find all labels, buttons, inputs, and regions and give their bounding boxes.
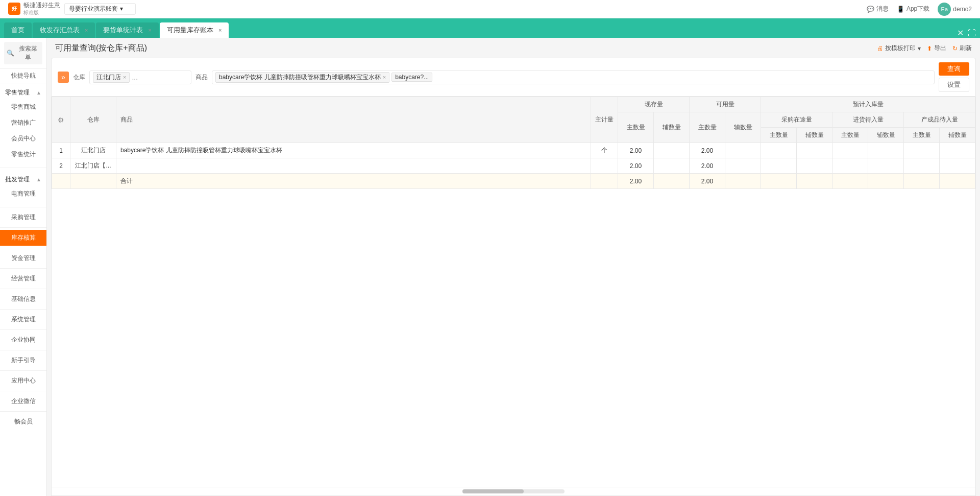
th-production-main: 主数量 [904,128,940,143]
export-label: 导出 [934,44,946,53]
print-button[interactable]: 🖨 按模板打印 ▾ [877,44,921,53]
warehouse-filter-input[interactable]: 江北门店 × ... [89,70,191,84]
td-total-production-aux [940,174,975,189]
td-current-aux-1 [654,143,690,158]
td-available-aux-2 [725,158,761,174]
td-total-available-aux [725,174,761,189]
sidebar-item-ecommerce[interactable]: 电商管理 [0,186,46,202]
tab-order-stats-close[interactable]: × [148,27,151,33]
sidebar-item-wechat[interactable]: 企业微信 [0,393,46,409]
print-icon: 🖨 [877,45,883,52]
settings-button[interactable]: 设置 [939,78,969,92]
sidebar-item-finance[interactable]: 资金管理 [0,250,46,266]
sidebar-item-app-center[interactable]: 应用中心 [0,373,46,389]
sidebar-item-marketing[interactable]: 营销推广 [0,115,46,131]
td-production-aux-1 [940,143,975,158]
sidebar-item-inventory[interactable]: 库存核算 [0,230,46,246]
tab-order-stats[interactable]: 要货单统计表 × [96,22,158,38]
query-button[interactable]: 查询 [939,62,969,76]
refresh-button[interactable]: ↻ 刷新 [952,44,972,53]
tab-home[interactable]: 首页 [4,22,32,38]
expand-filter-button[interactable]: » [58,72,69,83]
sidebar-section-retail: 零售管理 ▲ 零售商城 营销推广 会员中心 零售统计 [0,83,46,166]
page-header: 可用量查询(按仓库+商品) 🖨 按模板打印 ▾ ⬆ 导出 ↻ 刷新 [47,38,980,58]
td-available-main-2: 2.00 [690,158,725,174]
expand-icon: » [61,73,65,81]
td-arrival-main-2 [832,158,868,174]
sidebar-item-newbie[interactable]: 新手引导 [0,352,46,368]
td-total-production-main [904,174,940,189]
table-row: 1 江北门店 babycare学饮杯 儿童防摔防撞吸管杯重力球吸嘴杯宝宝水杯 个… [52,143,975,158]
top-bar: 好 畅捷通好生意 标准版 母婴行业演示账套 ▾ 💬 消息 📱 App下载 Ea … [0,0,980,18]
sidebar-item-system[interactable]: 系统管理 [0,312,46,327]
refresh-icon: ↻ [952,45,958,52]
horizontal-scrollbar-track[interactable] [462,489,565,493]
filter-bar: » 仓库 江北门店 × ... 商品 babycare学饮杯 儿童防摔防撞吸管杯… [51,58,976,97]
warehouse-more-dots[interactable]: ... [132,73,138,81]
th-available-main: 主数量 [690,112,725,143]
sidebar-wholesale-label: 批发管理 [5,175,30,184]
sidebar-divider-2 [0,207,46,207]
username: demo2 [953,6,972,13]
sidebar-divider-8 [0,329,46,330]
logo-text-block: 畅捷通好生意 标准版 [23,2,60,16]
sidebar-item-chang-member[interactable]: 畅会员 [0,414,46,430]
filter-actions: 查询 设置 [939,62,969,92]
close-window-button[interactable]: ✕ [957,28,964,38]
td-production-aux-2 [940,158,975,174]
sidebar-item-quick-nav[interactable]: 快捷导航 [0,69,46,83]
sidebar-retail-header[interactable]: 零售管理 ▲ [0,86,46,99]
export-icon: ⬆ [927,45,932,52]
table-wrapper: ⚙ 仓库 商品 主计量 现存量 [51,97,976,487]
product-filter-input[interactable]: babycare学饮杯 儿童防摔防撞吸管杯重力球吸嘴杯宝宝水杯 × babyca… [212,70,935,84]
column-settings-icon[interactable]: ⚙ [58,116,64,124]
product-tag-2: babycare?... [391,73,432,82]
td-arrival-aux-1 [868,143,904,158]
tab-receive[interactable]: 收发存汇总表 × [33,22,95,38]
th-main-unit: 主计量 [591,97,618,143]
export-button[interactable]: ⬆ 导出 [927,44,946,53]
product-tag-1-remove[interactable]: × [383,74,386,80]
app-download-button[interactable]: 📱 App下载 [897,5,929,13]
warehouse-filter-label: 仓库 [73,73,85,82]
table-scroll-bar [51,487,976,496]
message-icon: 💬 [867,6,874,13]
td-total-label: 合计 [116,174,591,189]
th-settings: ⚙ [52,97,70,143]
user-profile[interactable]: Ea demo2 [938,3,972,16]
tab-available-stock-label: 可用量库存账本 [167,26,213,35]
td-warehouse-2: 江北门店【... [70,158,116,174]
horizontal-scrollbar-thumb[interactable] [462,489,524,493]
td-unit-2 [591,158,618,174]
td-purchase-main-1 [761,143,797,158]
sidebar-search-section: 🔍 搜索菜单 [0,38,46,69]
td-available-aux-1 [725,143,761,158]
logo-icon: 好 [8,3,20,15]
search-menu-button[interactable]: 🔍 搜索菜单 [4,42,42,64]
sidebar-item-basic-info[interactable]: 基础信息 [0,291,46,307]
retail-arrow-icon: ▲ [36,90,41,96]
top-bar-right: 💬 消息 📱 App下载 Ea demo2 [867,3,972,16]
sidebar-item-enterprise[interactable]: 企业协同 [0,332,46,348]
warehouse-tag-remove[interactable]: × [123,74,126,80]
sidebar-item-operation[interactable]: 经营管理 [0,271,46,287]
refresh-label: 刷新 [960,44,972,53]
th-production-pending-group: 产成品待入量 [904,112,975,128]
logo: 好 畅捷通好生意 标准版 [8,2,60,16]
td-production-main-2 [904,158,940,174]
sidebar-item-retail-mall[interactable]: 零售商城 [0,99,46,115]
sidebar-item-purchase[interactable]: 采购管理 [0,209,46,225]
sidebar-divider-10 [0,370,46,371]
tab-available-stock-close[interactable]: × [218,27,222,33]
tab-receive-close[interactable]: × [85,27,88,33]
sidebar-item-retail-stats[interactable]: 零售统计 [0,147,46,162]
sidebar-wholesale-header[interactable]: 批发管理 ▲ [0,173,46,186]
message-button[interactable]: 💬 消息 [867,5,889,13]
industry-selector[interactable]: 母婴行业演示账套 ▾ [64,3,136,15]
dropdown-arrow-icon: ▾ [120,5,123,12]
expand-window-button[interactable]: ⛶ [968,29,976,38]
td-warehouse-1: 江北门店 [70,143,116,158]
warehouse-tag: 江北门店 × [93,72,130,83]
tab-available-stock[interactable]: 可用量库存账本 × [160,22,229,38]
sidebar-item-members[interactable]: 会员中心 [0,131,46,147]
